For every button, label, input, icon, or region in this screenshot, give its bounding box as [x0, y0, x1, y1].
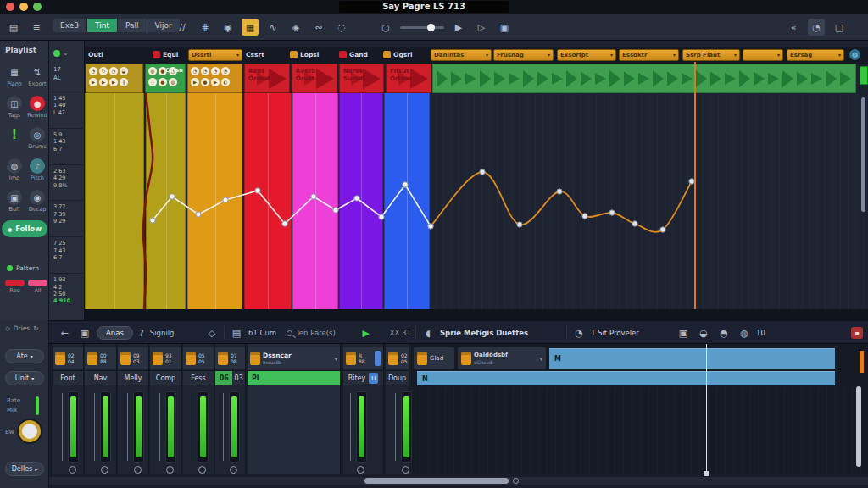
- level-meter[interactable]: [165, 391, 176, 463]
- strip-name[interactable]: 0603: [215, 370, 245, 385]
- strip-header[interactable]: 0088: [85, 347, 116, 369]
- pitch-tool[interactable]: ♪Pitch: [26, 158, 48, 181]
- pattern-clip[interactable]: RveraOrust: [292, 64, 337, 93]
- grid-icon[interactable]: ▤: [228, 324, 245, 341]
- refresh-icon[interactable]: ↻: [33, 324, 38, 332]
- panel-menu-icon[interactable]: ▤: [5, 19, 22, 36]
- tags-tool[interactable]: ◫Tags: [3, 96, 25, 119]
- fader-track[interactable]: [159, 393, 160, 461]
- clip-mini-icon[interactable]: ▶: [211, 78, 220, 86]
- clip-mini-icon[interactable]: ◔: [109, 67, 118, 75]
- mixer-horizontal-scrollbar[interactable]: [49, 477, 868, 485]
- pattern-clip[interactable]: ◔↻◔◒▶▶▶‖: [86, 64, 143, 93]
- copy-icon[interactable]: ▢: [831, 19, 848, 36]
- follow-button[interactable]: ● Follow: [2, 220, 47, 237]
- strip-name[interactable]: Font: [53, 370, 83, 385]
- pattern-clip[interactable]: NerokSursd: [339, 64, 384, 93]
- plugin-slot-m[interactable]: M: [549, 348, 835, 369]
- strip-name[interactable]: Melly: [118, 370, 148, 385]
- pattern-dropdown[interactable]: Exsorfpt▾: [557, 48, 616, 61]
- delles-button[interactable]: Delles▸: [5, 462, 44, 476]
- pan-knob[interactable]: [101, 466, 108, 474]
- view-mode-button[interactable]: Anas: [97, 326, 133, 340]
- clip-fragment-green[interactable]: [860, 66, 868, 85]
- clip-label[interactable]: Equl: [153, 48, 190, 61]
- clip-mini-icon[interactable]: ◔: [191, 67, 199, 75]
- fader-track[interactable]: [192, 393, 192, 461]
- automation-curves[interactable]: [85, 93, 868, 309]
- clip-mini-icon[interactable]: ▶: [109, 78, 118, 86]
- clock-icon[interactable]: ◔: [808, 19, 825, 36]
- clip-label[interactable]: Cssrt: [246, 48, 287, 61]
- scrollbar-knob[interactable]: [513, 478, 519, 484]
- pan-knob[interactable]: [134, 466, 142, 474]
- strip-name-green[interactable]: Pl: [248, 370, 340, 385]
- clip-mini-icon[interactable]: ●: [159, 78, 167, 86]
- level-meter[interactable]: [229, 391, 240, 463]
- record-icon[interactable]: ○: [377, 19, 394, 36]
- drums-tool[interactable]: ◎Drums: [26, 127, 48, 150]
- strip-name[interactable]: Doup: [386, 370, 409, 385]
- buffer-tool[interactable]: ▣Buff: [3, 190, 25, 213]
- ate-button[interactable]: Ate▾: [5, 349, 44, 363]
- mix-knob[interactable]: [19, 420, 41, 442]
- hamburger-menu-icon[interactable]: ≡: [28, 19, 45, 36]
- clip-tool-icon[interactable]: ▦: [242, 19, 259, 36]
- pattern-clip[interactable]: ◔◔◔◔▶●▶◐: [187, 64, 242, 93]
- import-tool[interactable]: ◍Imp: [3, 158, 25, 181]
- track-row[interactable]: 1 451 40L 47: [49, 92, 85, 128]
- pan-knob[interactable]: [69, 466, 76, 474]
- strip-header[interactable]: R88: [343, 347, 383, 369]
- mixer-strip[interactable]: DssncarInsustb▾Pl: [248, 344, 341, 474]
- fader-track[interactable]: [94, 393, 95, 461]
- play-mini-icon[interactable]: ▶: [358, 324, 375, 341]
- pattern-clip[interactable]: ReosOrmut: [244, 64, 290, 93]
- color-swatch[interactable]: All: [28, 280, 47, 294]
- clip-mini-icon[interactable]: ◌: [148, 78, 157, 86]
- level-meter[interactable]: [68, 391, 79, 463]
- scrollbar-thumb[interactable]: [364, 478, 509, 484]
- unit-button[interactable]: Unit▾: [5, 371, 44, 385]
- maximize-window-button[interactable]: [33, 3, 42, 11]
- clip-mini-icon[interactable]: ◔: [201, 67, 209, 75]
- strip-header[interactable]: 0205: [386, 347, 409, 369]
- close-window-button[interactable]: [6, 3, 14, 11]
- playhead-line[interactable]: [694, 62, 696, 309]
- strip-header[interactable]: 0903: [118, 347, 148, 369]
- strip-name[interactable]: Fess: [183, 370, 214, 385]
- strip-name[interactable]: RiteyU: [343, 370, 383, 385]
- diamond-icon[interactable]: ◇: [203, 324, 220, 341]
- clip-mini-icon[interactable]: ◐: [221, 78, 230, 86]
- pattern-clip[interactable]: Cutsu◍●◔◌●◍: [145, 64, 186, 93]
- clip-mini-icon[interactable]: ◔: [89, 67, 97, 75]
- fader-track[interactable]: [223, 393, 224, 461]
- view-button[interactable]: Pall: [118, 19, 147, 32]
- clip-mini-icon[interactable]: ‖: [120, 78, 128, 86]
- strip-chip[interactable]: U: [369, 373, 378, 384]
- clip-mini-icon[interactable]: ◍: [148, 67, 157, 75]
- track-header-cell[interactable]: ⌄: [53, 49, 69, 57]
- strip-header[interactable]: 9301: [150, 347, 181, 369]
- pattern-dropdown[interactable]: Danintas▾: [431, 48, 492, 61]
- strip-header[interactable]: 0505: [183, 347, 214, 369]
- chevron-down-icon[interactable]: ⌄: [63, 49, 69, 57]
- tempo-slider[interactable]: [400, 26, 444, 29]
- alert-tool[interactable]: !: [3, 127, 25, 144]
- pattern-dropdown[interactable]: Frusnag▾: [493, 48, 554, 61]
- view-button[interactable]: Exe3: [53, 19, 87, 32]
- clip-label[interactable]: Outl: [88, 48, 139, 61]
- mixer-vertical-scrollbar[interactable]: [856, 386, 861, 467]
- piano-tool[interactable]: ▦Piano: [3, 64, 25, 87]
- pattern-dropdown[interactable]: Ssrp Flaut▾: [682, 48, 740, 61]
- minimize-window-button[interactable]: [19, 3, 28, 11]
- rack-chip-glad[interactable]: Glad: [414, 347, 454, 369]
- strip-header[interactable]: 0204: [53, 347, 83, 369]
- split-line-handle[interactable]: [704, 471, 709, 476]
- rack-chip-plugin[interactable]: OaldödsbfsChssd ▾: [458, 347, 546, 369]
- decap-tool[interactable]: ◉Decap: [26, 190, 48, 213]
- clip-mini-icon[interactable]: ↻: [99, 67, 108, 75]
- clip-label[interactable]: Lopsl: [290, 48, 337, 61]
- view-button[interactable]: Tint: [87, 19, 118, 32]
- brush-tool-icon[interactable]: ◈: [287, 19, 304, 36]
- clip-mini-icon[interactable]: ●: [201, 78, 209, 86]
